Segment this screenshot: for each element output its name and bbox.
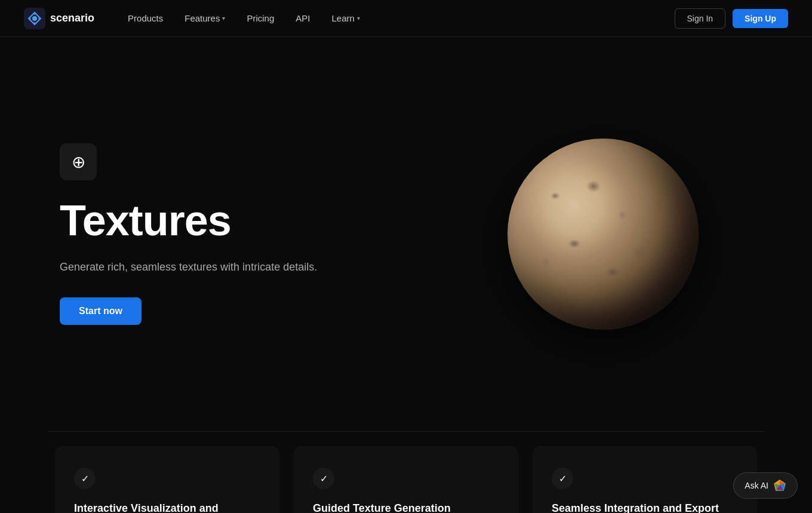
logo-icon [24,8,45,29]
chevron-down-icon-learn: ▾ [357,15,360,21]
hero-title: Textures [60,197,317,244]
ask-ai-label: Ask AI [745,481,768,490]
feature-card-2: ✓ Seamless Integration and Export [533,446,757,513]
check-badge-2: ✓ [552,468,573,489]
feature-title-1: Guided Texture Generation [313,501,499,513]
nav-right: Sign In Sign Up [675,8,788,29]
hero-description: Generate rich, seamless textures with in… [60,259,317,276]
feature-cards: ✓ Interactive Visualization and ✓ Guided… [0,432,812,513]
nav-link-learn[interactable]: Learn ▾ [322,8,370,28]
globe-icon: ⊕ [72,152,85,172]
chevron-down-icon: ▾ [222,15,225,21]
feature-title-2: Seamless Integration and Export [552,501,738,513]
nav-link-api[interactable]: API [286,8,319,28]
check-badge-0: ✓ [74,468,96,489]
hero-visual [454,85,752,383]
sign-in-button[interactable]: Sign In [675,8,726,29]
hero-content: ⊕ Textures Generate rich, seamless textu… [60,143,317,325]
start-now-button[interactable]: Start now [60,297,142,325]
nav-link-products[interactable]: Products [118,8,173,28]
logo[interactable]: scenario [24,8,94,29]
nav-link-features[interactable]: Features ▾ [175,8,235,28]
ai-gem-icon [773,479,786,492]
nav-left: scenario Products Features ▾ Pricing API… [24,8,370,29]
texture-sphere [508,139,699,330]
svg-point-1 [32,16,37,21]
hero-section: ⊕ Textures Generate rich, seamless textu… [0,37,812,431]
check-badge-1: ✓ [313,468,334,489]
feature-title-0: Interactive Visualization and [74,501,260,513]
navbar: scenario Products Features ▾ Pricing API… [0,0,812,37]
feature-card-1: ✓ Guided Texture Generation [294,446,518,513]
product-icon-box: ⊕ [60,143,97,180]
logo-text: scenario [50,12,94,24]
nav-links: Products Features ▾ Pricing API Learn ▾ [118,8,370,28]
nav-link-pricing[interactable]: Pricing [237,8,284,28]
sign-up-button[interactable]: Sign Up [733,9,788,28]
ask-ai-button[interactable]: Ask AI [733,472,798,499]
feature-card-0: ✓ Interactive Visualization and [55,446,279,513]
